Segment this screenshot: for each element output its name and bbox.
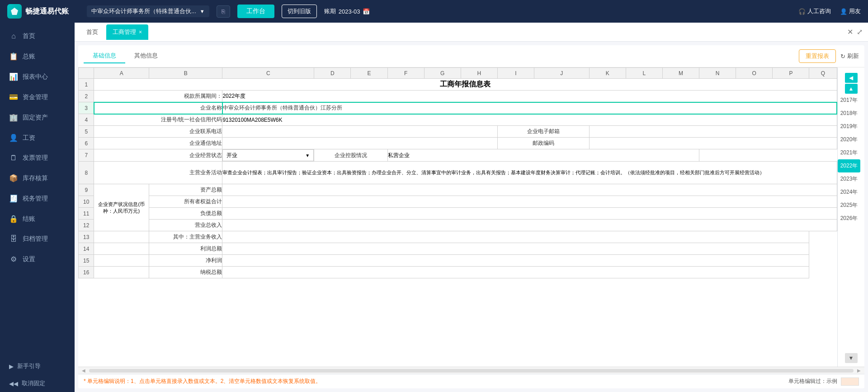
sidebar-item-ledger-label: 总账 <box>23 53 35 61</box>
sidebar-item-closing-label: 结账 <box>23 215 35 223</box>
year-item-2018[interactable]: 2018年 <box>838 107 860 120</box>
year-panel-up-btn[interactable]: ▲ <box>845 84 858 94</box>
col-header-D: D <box>314 68 351 79</box>
old-version-button[interactable]: 切到旧版 <box>282 5 317 18</box>
sidebar-item-home[interactable]: ⌂ 首页 <box>0 26 75 46</box>
account-period-value: 2023-03 <box>339 8 360 15</box>
cell-assets-value[interactable] <box>222 184 837 196</box>
grid-container[interactable]: A B C D E F G H I J <box>78 67 837 367</box>
table-row: 6 企业通信地址 邮政编码 <box>79 138 837 149</box>
close-window-btn[interactable]: ✕ <box>847 28 853 36</box>
bottom-right: 单元格编辑过：示例 <box>788 378 859 386</box>
sidebar-item-archive[interactable]: 🗄 归档管理 <box>0 229 75 249</box>
user-label: 用友 <box>849 7 861 15</box>
year-list: 2017年 2018年 2019年 2020年 2021年 2022年 2023… <box>838 94 864 351</box>
tab-business[interactable]: 工商管理 × <box>106 24 148 40</box>
cell-holding-value[interactable]: 私营企业 <box>387 149 699 162</box>
year-item-2022[interactable]: 2022年 <box>838 159 860 172</box>
year-item-2019[interactable]: 2019年 <box>838 120 860 133</box>
logo-area: 畅捷通易代账 <box>7 4 80 19</box>
tab-home[interactable]: 首页 <box>80 24 104 40</box>
year-panel: ◀ ▲ 2017年 2018年 2019年 2020年 2021年 2022年 … <box>837 67 864 367</box>
user-avatar[interactable]: 👤 用友 <box>840 7 861 15</box>
tab-home-label: 首页 <box>86 29 98 35</box>
tab-basic-info-label: 基础信息 <box>93 52 116 59</box>
cell-reg-label: 注册号/统一社会信用代码 <box>94 114 222 126</box>
tab-business-label: 工商管理 <box>113 28 136 36</box>
cell-tax-total-value[interactable] <box>222 267 809 278</box>
cell-email-value[interactable] <box>589 126 837 138</box>
cell-revenue-value[interactable] <box>222 220 837 231</box>
sidebar-item-closing[interactable]: 🔒 结账 <box>0 209 75 229</box>
company-selector[interactable]: 中审众环会计师事务所（特殊普通合伙... ▼ <box>87 5 209 17</box>
h-scroll-left-btn[interactable]: ◀ <box>80 368 87 373</box>
cell-addr-value[interactable] <box>222 138 497 149</box>
cell-equity-value[interactable] <box>222 196 837 208</box>
h-scroll-right-btn[interactable]: ▶ <box>855 368 863 373</box>
col-header-row <box>79 68 94 79</box>
sidebar-item-tax[interactable]: 🧾 税务管理 <box>0 188 75 209</box>
year-panel-down-btn[interactable]: ▼ <box>845 353 858 363</box>
sidebar: ⌂ 首页 📋 总账 📊 报表中心 💳 资金管理 🏢 固定资产 👤 工资 🗒 发票… <box>0 23 75 392</box>
tab-bar: 首页 工商管理 × ✕ ⤢ <box>75 23 868 42</box>
year-item-2020[interactable]: 2020年 <box>838 133 860 146</box>
new-guide-btn[interactable]: ▶ 新手引导 <box>0 358 75 375</box>
customer-service-btn[interactable]: 🎧 人工咨询 <box>798 7 831 15</box>
top-header: 畅捷通易代账 中审众环会计师事务所（特殊普通合伙... ▼ ⎘ 工作台 切到旧版… <box>0 0 868 23</box>
bottom-bar: * 单元格编辑说明：1、点击单元格直接录入数值或文本。2、清空单元格数值或文本恢… <box>78 374 864 388</box>
workbench-button[interactable]: 工作台 <box>237 5 274 18</box>
year-item-2021[interactable]: 2021年 <box>838 146 860 159</box>
reset-report-btn[interactable]: 重置报表 <box>799 49 836 63</box>
year-panel-collapse-btn[interactable]: ◀ <box>845 73 858 83</box>
cell-title[interactable]: 工商年报信息表 <box>94 79 837 91</box>
cell-reg-value[interactable]: 91320100MA208E5W6K <box>222 114 837 126</box>
cell-phone-value[interactable] <box>222 126 497 138</box>
year-item-2026[interactable]: 2026年 <box>838 212 860 225</box>
grid-table: A B C D E F G H I J <box>78 67 837 278</box>
calendar-icon[interactable]: 📅 <box>363 8 370 15</box>
tab-other-info[interactable]: 其他信息 <box>125 49 167 63</box>
tab-basic-info[interactable]: 基础信息 <box>84 49 125 63</box>
sidebar-item-report[interactable]: 📊 报表中心 <box>0 67 75 87</box>
cell-liab-value[interactable] <box>222 208 837 220</box>
h-scroll-track[interactable] <box>89 369 854 373</box>
h-scroll-bar[interactable]: ◀ ▶ <box>78 367 864 374</box>
cell-status-value[interactable]: 开业▼ <box>222 149 314 161</box>
company-copy-btn[interactable]: ⎘ <box>217 5 230 18</box>
settings-icon: ⚙ <box>9 255 18 263</box>
row-num-5: 5 <box>79 126 94 138</box>
tab-close-btn[interactable]: × <box>139 29 142 35</box>
copy-icon: ⎘ <box>222 8 225 15</box>
expand-window-btn[interactable]: ⤢ <box>857 28 863 36</box>
table-row: 8 主营业务活动 审查企业会计报表；出具审计报告；验证企业资本；出具验资报告；办… <box>79 162 837 184</box>
row-num-16: 16 <box>79 267 94 278</box>
table-row: 11 负债总额 <box>79 208 837 220</box>
cell-tax-period-value[interactable]: 2022年度 <box>222 91 837 102</box>
row-num-2: 2 <box>79 91 94 102</box>
cell-profit-value[interactable] <box>222 243 809 255</box>
sidebar-item-ledger[interactable]: 📋 总账 <box>0 46 75 67</box>
sidebar-item-fixed-asset[interactable]: 🏢 固定资产 <box>0 107 75 128</box>
cell-company-value[interactable]: 中审众环会计师事务所（特殊普通合伙）江苏分所 <box>222 102 837 114</box>
cell-business-value[interactable]: 审查企业会计报表；出具审计报告；验证企业资本；出具验资报告；办理企业合开、分立、… <box>222 162 837 184</box>
sidebar-item-salary[interactable]: 👤 工资 <box>0 128 75 148</box>
year-item-2017[interactable]: 2017年 <box>838 94 860 107</box>
table-row: 2 税款所属期间： 2022年度 <box>79 91 837 102</box>
refresh-btn[interactable]: ↻ 刷新 <box>840 52 859 60</box>
year-item-2024[interactable]: 2024年 <box>838 186 860 199</box>
cell-net-profit-value[interactable] <box>222 255 809 267</box>
sidebar-item-inventory[interactable]: 📦 库存核算 <box>0 168 75 188</box>
cell-zip-value[interactable] <box>589 138 837 149</box>
cell-main-rev-value[interactable] <box>222 231 809 243</box>
row-num-1: 1 <box>79 79 94 91</box>
cancel-fixed-btn[interactable]: ◀◀ 取消固定 <box>0 375 75 392</box>
table-row: 3 企业名称 中审众环会计师事务所（特殊普通合伙）江苏分所 <box>79 102 837 114</box>
account-period: 账期 2023-03 📅 <box>324 7 370 15</box>
avatar-icon: 👤 <box>840 8 847 15</box>
year-item-2025[interactable]: 2025年 <box>838 199 860 212</box>
year-item-2023[interactable]: 2023年 <box>838 172 860 186</box>
sidebar-item-settings[interactable]: ⚙ 设置 <box>0 249 75 269</box>
sidebar-item-capital[interactable]: 💳 资金管理 <box>0 87 75 107</box>
col-header-E: E <box>351 68 387 79</box>
sidebar-item-invoice[interactable]: 🗒 发票管理 <box>0 148 75 168</box>
